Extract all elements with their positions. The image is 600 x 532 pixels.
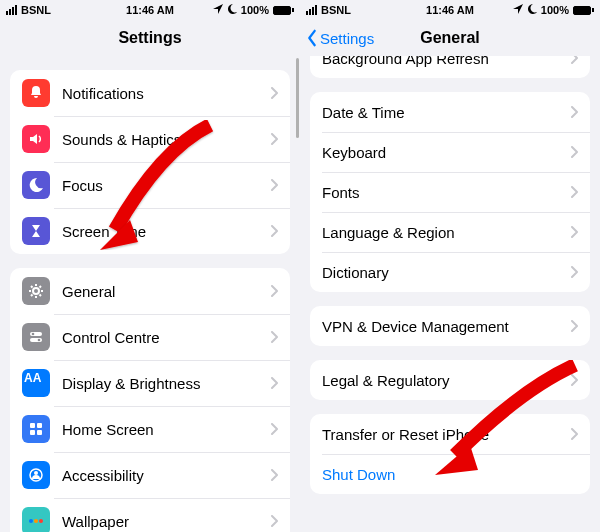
scroll-indicator [296,58,299,138]
svg-rect-8 [30,430,35,435]
chevron-right-icon [570,186,578,198]
row-label: Fonts [322,184,570,201]
chevron-right-icon [570,56,578,64]
chevron-right-icon [570,428,578,440]
location-icon [213,4,223,16]
chevron-right-icon [270,179,278,191]
row-wallpaper[interactable]: Wallpaper [10,498,290,532]
svg-point-4 [38,339,41,342]
svg-rect-6 [30,423,35,428]
svg-point-14 [34,524,38,528]
row-label: Home Screen [62,421,270,438]
row-date-time[interactable]: Date & Time [310,92,590,132]
svg-point-0 [33,288,39,294]
chevron-right-icon [570,226,578,238]
battery-icon [573,6,594,15]
row-label: VPN & Device Management [322,318,570,335]
row-sounds-haptics[interactable]: Sounds & Haptics [10,116,290,162]
row-language-region[interactable]: Language & Region [310,212,590,252]
row-fonts[interactable]: Fonts [310,172,590,212]
svg-text:AA: AA [24,371,42,385]
general-list[interactable]: Background App Refresh Date & TimeKeyboa… [300,56,600,508]
chevron-right-icon [270,331,278,343]
page-title: Settings [118,29,181,47]
row-notifications[interactable]: Notifications [10,70,290,116]
row-shut-down[interactable]: Shut Down [310,454,590,494]
speaker-icon [22,125,50,153]
row-label: Accessibility [62,467,270,484]
row-transfer-or-reset-iphone[interactable]: Transfer or Reset iPhone [310,414,590,454]
chevron-right-icon [570,374,578,386]
location-icon [513,4,523,16]
row-label: Focus [62,177,270,194]
row-label: Transfer or Reset iPhone [322,426,570,443]
phone-right-general: BSNL 11:46 AM 100% Settings General Back… [300,0,600,532]
status-bar: BSNL 11:46 AM 100% [0,0,300,20]
row-label: Date & Time [322,104,570,121]
grid-icon [22,415,50,443]
svg-point-15 [29,519,33,523]
battery-icon [273,6,294,15]
clock: 11:46 AM [300,4,600,16]
row-control-centre[interactable]: Control Centre [10,314,290,360]
flower-icon [22,507,50,532]
svg-point-11 [34,471,38,475]
chevron-right-icon [570,146,578,158]
svg-point-3 [32,333,35,336]
back-button[interactable]: Settings [306,20,374,56]
row-general[interactable]: General [10,268,290,314]
chevron-right-icon [270,469,278,481]
nav-bar: Settings [0,20,300,56]
aa-icon: AA [22,369,50,397]
moon-icon [22,171,50,199]
gear-icon [22,277,50,305]
switches-icon [22,323,50,351]
chevron-right-icon [270,225,278,237]
svg-point-12 [34,519,38,523]
clock: 11:46 AM [0,4,300,16]
svg-rect-9 [37,430,42,435]
row-screen-time[interactable]: Screen Time [10,208,290,254]
row-focus[interactable]: Focus [10,162,290,208]
row-label: Control Centre [62,329,270,346]
nav-bar: Settings General [300,20,600,56]
row-label: Shut Down [322,466,578,483]
status-bar: BSNL 11:46 AM 100% [300,0,600,20]
svg-rect-7 [37,423,42,428]
row-home-screen[interactable]: Home Screen [10,406,290,452]
row-label: Display & Brightness [62,375,270,392]
row-legal-regulatory[interactable]: Legal & Regulatory [310,360,590,400]
chevron-right-icon [270,87,278,99]
row-accessibility[interactable]: Accessibility [10,452,290,498]
chevron-right-icon [570,266,578,278]
row-label: Sounds & Haptics [62,131,270,148]
row-label: Dictionary [322,264,570,281]
chevron-right-icon [270,377,278,389]
phone-left-settings: BSNL 11:46 AM 100% Settings Notification… [0,0,300,532]
chevron-right-icon [270,133,278,145]
bell-icon [22,79,50,107]
row-label: Screen Time [62,223,270,240]
chevron-right-icon [270,515,278,527]
svg-point-16 [39,519,43,523]
row-background-app-refresh[interactable]: Background App Refresh [310,56,590,78]
page-title: General [420,29,480,47]
row-keyboard[interactable]: Keyboard [310,132,590,172]
row-display-brightness[interactable]: AADisplay & Brightness [10,360,290,406]
person-icon [22,461,50,489]
chevron-left-icon [306,29,318,47]
row-label: Legal & Regulatory [322,372,570,389]
row-label: General [62,283,270,300]
svg-point-13 [34,514,38,518]
row-label: Wallpaper [62,513,270,530]
settings-list[interactable]: NotificationsSounds & HapticsFocusScreen… [0,56,300,532]
chevron-right-icon [270,423,278,435]
chevron-right-icon [270,285,278,297]
row-dictionary[interactable]: Dictionary [310,252,590,292]
chevron-right-icon [570,320,578,332]
row-label: Notifications [62,85,270,102]
back-label: Settings [320,30,374,47]
chevron-right-icon [570,106,578,118]
row-label: Background App Refresh [322,56,570,67]
row-vpn-device-management[interactable]: VPN & Device Management [310,306,590,346]
